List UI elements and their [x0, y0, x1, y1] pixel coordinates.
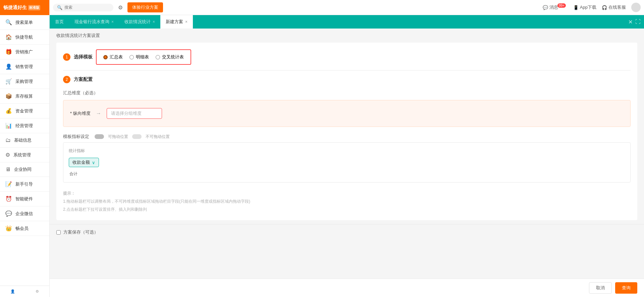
download-icon: 📱: [573, 5, 579, 10]
tab-bank-close[interactable]: ×: [111, 19, 114, 24]
step1-label: 选择模板: [74, 54, 93, 60]
sidebar-item-guide[interactable]: 📝 新手引导: [0, 177, 49, 192]
query-button[interactable]: 查询: [615, 282, 637, 294]
dimension-placeholder: 请选择分组维度: [111, 111, 142, 116]
search-input[interactable]: [64, 5, 105, 10]
metric-tag-label: 收款金额: [72, 159, 90, 165]
tab-new-plan-label: 新建方案: [166, 19, 183, 25]
sidebar-item-sales[interactable]: 👤 销售管理: [0, 59, 49, 74]
tab-new-plan[interactable]: 新建方案 ×: [160, 15, 193, 29]
note-icon: 📝: [5, 181, 12, 187]
sidebar-item-inventory[interactable]: 📦 库存核算: [0, 89, 49, 104]
search-menu-icon: 🔍: [5, 19, 12, 26]
save-label: 方案保存（可选）: [63, 229, 98, 235]
radio-cross[interactable]: 交叉统计表: [156, 54, 184, 60]
save-checkbox[interactable]: [56, 230, 61, 235]
message-button[interactable]: 💬 消息 99+: [543, 4, 568, 10]
trial-button[interactable]: 体验行业方案: [127, 2, 163, 12]
legend-draggable-icon: [95, 134, 104, 139]
step2-label: 方案配置: [74, 77, 93, 83]
metrics-category-label: 统计指标: [69, 148, 625, 154]
metric-subtag-total: 合计: [69, 171, 99, 177]
avatar[interactable]: [631, 3, 641, 12]
sidebar-item-search-menu[interactable]: 🔍 搜索菜单: [0, 15, 49, 30]
sidebar-bottom-settings[interactable]: ⚙: [36, 289, 39, 294]
gear-icon[interactable]: ⚙: [117, 3, 124, 12]
download-label: App下载: [580, 4, 596, 10]
radio-summary[interactable]: 汇总表: [103, 54, 123, 60]
legend-draggable-label: 可拖动位置: [108, 134, 128, 140]
sidebar-bottom-profile[interactable]: 👤: [10, 289, 15, 294]
tab-bank[interactable]: 现金银行流水查询 ×: [69, 15, 119, 29]
summary-dimension-section: 汇总维度（必选） * 纵向维度 → 请选择分组维度: [63, 90, 631, 127]
sidebar-item-label: 销售管理: [15, 64, 33, 70]
radio-summary-input[interactable]: [103, 55, 108, 59]
download-button[interactable]: 📱 App下载: [573, 4, 596, 10]
sidebar-logo: 畅捷通好生 标准版: [0, 0, 49, 15]
message-label: 消息: [549, 4, 558, 10]
tab-new-plan-close[interactable]: ×: [185, 19, 187, 24]
dimension-select[interactable]: 请选择分组维度: [107, 108, 162, 119]
sidebar-item-wechat[interactable]: 💬 企业微信: [0, 206, 49, 221]
sidebar-item-label: 库存核算: [15, 93, 33, 99]
money-icon: 💰: [5, 108, 12, 114]
sidebar-item-label: 企业协同: [14, 166, 32, 172]
logo-text: 畅捷通好生: [3, 5, 27, 11]
cart-icon: 🛒: [5, 78, 12, 85]
metric-dropdown-icon[interactable]: ∨: [92, 160, 95, 165]
tab-bank-label: 现金银行流水查询: [74, 19, 109, 25]
metric-tag-amount[interactable]: 收款金额 ∨: [69, 158, 99, 167]
dimension-row: * 纵向维度 → 请选择分组维度: [70, 108, 162, 119]
sidebar-item-purchase[interactable]: 🛒 采购管理: [0, 74, 49, 89]
sidebar-item-marketing[interactable]: 🎁 营销推广: [0, 45, 49, 59]
radio-summary-label: 汇总表: [110, 54, 123, 60]
metrics-legend: 可拖动位置 不可拖动位置: [95, 134, 170, 140]
topbar-right: 💬 消息 99+ 📱 App下载 🎧 在线客服: [543, 3, 641, 12]
tab-home[interactable]: 首页: [50, 15, 69, 29]
dimension-area: * 纵向维度 → 请选择分组维度: [63, 100, 631, 127]
sidebar-item-label: 营销推广: [15, 49, 33, 55]
sidebar-item-operations[interactable]: 📊 经营管理: [0, 118, 49, 133]
folder-icon: 🗂: [5, 137, 11, 143]
breadcrumb: 收款情况统计方案设置: [50, 29, 644, 43]
dimension-arrow-icon: →: [96, 110, 101, 116]
tab-stats-close[interactable]: ×: [153, 19, 155, 24]
close-all-icon[interactable]: ✕: [628, 19, 633, 25]
sidebar: 畅捷通好生 标准版 🔍 搜索菜单 🏠 快捷导航 🎁 营销推广 👤 销售管理 🛒 …: [0, 0, 50, 297]
sidebar-item-quick-nav[interactable]: 🏠 快捷导航: [0, 30, 49, 45]
sidebar-item-label: 基础信息: [14, 137, 32, 143]
service-button[interactable]: 🎧 在线客服: [602, 4, 626, 10]
sidebar-bottom: 👤 ⚙: [0, 286, 49, 297]
sidebar-item-finance[interactable]: 💰 资金管理: [0, 104, 49, 118]
radio-detail-input[interactable]: [129, 55, 134, 59]
sidebar-item-label: 经营管理: [15, 123, 33, 129]
tab-stats[interactable]: 收款情况统计 ×: [119, 15, 160, 29]
service-icon: 🎧: [602, 5, 607, 10]
maximize-icon[interactable]: ⛶: [635, 19, 641, 25]
tips-section: 提示： 1.拖动标题栏可以调整布局，不可跨维度或指标区域拖动栏目字段(只能在同一…: [63, 189, 631, 213]
sidebar-item-member[interactable]: 👑 畅会员: [0, 221, 49, 236]
chat-icon: 💬: [5, 210, 12, 217]
sidebar-item-cooperation[interactable]: 🖥 企业协同: [0, 162, 49, 177]
topbar: 🔍 ⚙ 体验行业方案 💬 消息 99+ 📱 App下载 🎧 在线客服: [50, 0, 644, 15]
topbar-search-box[interactable]: 🔍: [53, 4, 113, 11]
legend-fixed-icon: [132, 134, 142, 139]
footer-bar: 取消 查询: [50, 279, 644, 297]
tab-bar: 首页 现金银行流水查询 × 收款情况统计 × 新建方案 × ✕ ⛶: [50, 15, 644, 29]
monitor-icon: 🖥: [5, 166, 11, 172]
step1-circle: 1: [63, 53, 70, 61]
box-icon: 📦: [5, 93, 12, 99]
sidebar-item-base-info[interactable]: 🗂 基础信息: [0, 133, 49, 148]
sidebar-item-label: 系统管理: [13, 152, 31, 158]
cancel-button[interactable]: 取消: [589, 282, 612, 294]
sidebar-item-system[interactable]: ⚙ 系统管理: [0, 148, 49, 162]
metrics-title: 模板指标设定: [63, 134, 89, 140]
main-card: 1 选择模板 汇总表 明细表 交叉统计表: [56, 43, 637, 220]
chart-icon: 📊: [5, 122, 12, 129]
sidebar-item-hardware[interactable]: ⏰ 智能硬件: [0, 192, 49, 206]
message-icon: 💬: [543, 5, 548, 10]
radio-cross-input[interactable]: [156, 55, 160, 59]
radio-detail[interactable]: 明细表: [129, 54, 149, 60]
sidebar-item-label: 资金管理: [15, 108, 33, 114]
message-badge: 99+: [557, 3, 566, 8]
